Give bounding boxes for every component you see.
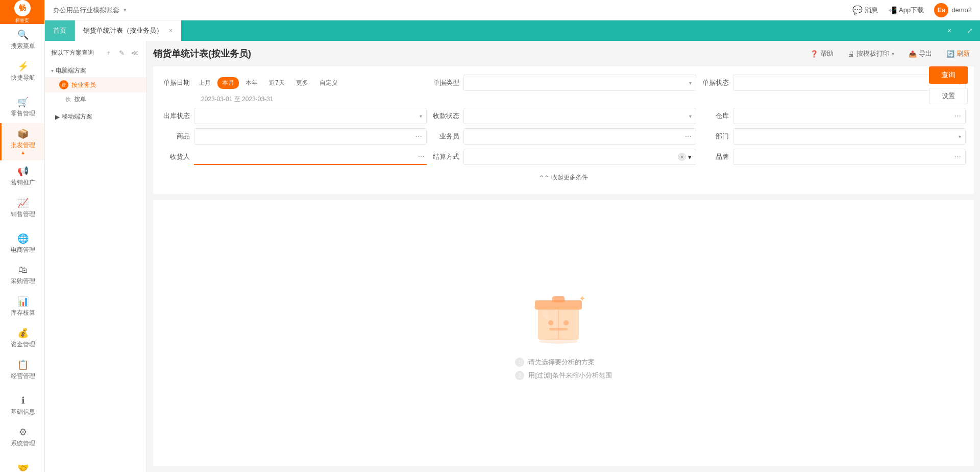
panel-item-by-staff-label: 按业务员 bbox=[71, 81, 96, 89]
sales-icon: 📈 bbox=[17, 197, 29, 208]
sidebar-item-purchase[interactable]: 🛍 采购管理 bbox=[0, 259, 45, 291]
logo-icon: 畅 bbox=[14, 0, 31, 16]
enterprise-icon: 🤝 bbox=[17, 462, 29, 472]
panel-collapse-btn[interactable]: ≪ bbox=[129, 47, 140, 58]
settlement-clear-btn[interactable]: × bbox=[678, 153, 686, 161]
doc-status-filter-cell: 单据状态 ▾ bbox=[700, 75, 966, 91]
wholesale-icon: 📦 bbox=[17, 128, 29, 139]
warehouse-label: 仓库 bbox=[700, 111, 729, 121]
sidebar-item-enterprise[interactable]: 🤝 企业协同 bbox=[0, 457, 45, 472]
panel-edit-btn[interactable]: ✎ bbox=[116, 47, 127, 58]
panel-add-btn[interactable]: + bbox=[103, 47, 114, 58]
help-btn[interactable]: ❓ 帮助 bbox=[806, 47, 838, 60]
recipient-label: 收货人 bbox=[161, 152, 190, 161]
sidebar-item-label: 采购管理 bbox=[11, 277, 35, 286]
basic-info-icon: ℹ bbox=[21, 395, 25, 406]
sidebar-item-system[interactable]: ⚙ 系统管理 bbox=[0, 421, 45, 453]
by-order-icon-text: 伙 bbox=[65, 96, 71, 103]
receipt-status-select[interactable]: ▾ bbox=[463, 108, 696, 124]
by-staff-icon: 按 bbox=[59, 80, 68, 89]
breadcrumb-text: 办公用品行业模拟账套 bbox=[53, 6, 119, 15]
goods-dots[interactable]: ··· bbox=[415, 132, 422, 141]
expand-window-btn[interactable]: ⤢ bbox=[960, 20, 980, 41]
query-button[interactable]: 查询 bbox=[929, 66, 968, 84]
date-btn-last-7[interactable]: 近7天 bbox=[264, 77, 289, 89]
sidebar-item-ecommerce[interactable]: 🌐 电商管理 bbox=[0, 228, 45, 259]
refresh-btn[interactable]: 🔄 刷新 bbox=[942, 47, 974, 60]
collapse-label: 收起更多条件 bbox=[551, 173, 588, 182]
sidebar-item-label: 系统管理 bbox=[11, 439, 35, 448]
user-profile-btn[interactable]: Ea demo2 bbox=[934, 3, 972, 17]
brand-input-wrap: ··· bbox=[733, 149, 966, 165]
left-panel: 按以下方案查询 + ✎ ≪ ▾ 电脑端方案 按 按业务员 伙 按单 bbox=[45, 41, 147, 472]
sidebar-item-retail[interactable]: 🛒 零售管理 bbox=[0, 91, 45, 123]
out-status-filter-cell: 出库状态 ▾ bbox=[161, 108, 427, 124]
date-btn-more[interactable]: 更多 bbox=[291, 77, 313, 89]
query-btn-group: 查询 设置 bbox=[929, 66, 968, 104]
empty-state: ✦ ✦ 1 请先选择要分析的方案 2 用[过滤]条件来缩小分析范围 bbox=[153, 200, 974, 466]
app-download-btn[interactable]: 📲 App下载 bbox=[888, 6, 924, 15]
brand-label: 品牌 bbox=[700, 152, 729, 161]
breadcrumb-area: 办公用品行业模拟账套 ▾ bbox=[53, 6, 127, 15]
salesman-input-wrap: ··· bbox=[463, 128, 696, 145]
sidebar-item-operations[interactable]: 📋 经营管理 bbox=[0, 354, 45, 386]
recipient-filter-cell: 收货人 ··· bbox=[161, 149, 427, 165]
tip-text-1: 请先选择要分析的方案 bbox=[528, 358, 595, 367]
panel-item-by-order[interactable]: 伙 按单 bbox=[45, 92, 146, 106]
template-print-label: 按模板打印 bbox=[856, 49, 890, 58]
sidebar-item-wholesale[interactable]: 📦 批发管理 ▲ bbox=[0, 123, 45, 160]
receipt-status-filter-cell: 收款状态 ▾ bbox=[431, 108, 696, 124]
desktop-section-header[interactable]: ▾ 电脑端方案 bbox=[45, 64, 146, 77]
sidebar-item-quick-nav[interactable]: ⚡ 快捷导航 bbox=[0, 56, 45, 87]
tab-active[interactable]: 销货单统计表（按业务员） × bbox=[75, 20, 181, 41]
desktop-section-label: 电脑端方案 bbox=[56, 66, 86, 75]
tab-home[interactable]: 首页 bbox=[45, 20, 75, 41]
recipient-dots[interactable]: ··· bbox=[418, 152, 425, 161]
mobile-section: ▶ 移动端方案 bbox=[45, 108, 146, 125]
date-btn-last-month[interactable]: 上月 bbox=[194, 77, 215, 89]
sidebar-item-basic-info[interactable]: ℹ 基础信息 bbox=[0, 390, 45, 421]
sidebar-item-label: 经营管理 bbox=[11, 372, 35, 381]
panel-item-by-staff[interactable]: 按 按业务员 bbox=[45, 77, 146, 92]
warehouse-dots[interactable]: ··· bbox=[954, 111, 961, 121]
refresh-icon: 🔄 bbox=[946, 50, 954, 58]
breadcrumb-dropdown-icon[interactable]: ▾ bbox=[124, 7, 127, 13]
close-window-btn[interactable]: × bbox=[939, 20, 960, 41]
quick-nav-icon: ⚡ bbox=[17, 61, 29, 72]
sidebar-item-sales[interactable]: 📈 销售管理 bbox=[0, 192, 45, 224]
department-select[interactable]: ▾ bbox=[733, 128, 966, 145]
template-print-btn[interactable]: 🖨 按模板打印 ▾ bbox=[844, 47, 898, 60]
export-btn[interactable]: 📤 导出 bbox=[904, 47, 936, 60]
receipt-status-label: 收款状态 bbox=[431, 111, 459, 121]
goods-input-wrap: ··· bbox=[194, 128, 427, 145]
sidebar-item-label: 电商管理 bbox=[11, 246, 35, 254]
recipient-input[interactable] bbox=[196, 153, 416, 160]
date-btn-this-month[interactable]: 本月 bbox=[217, 77, 239, 89]
tab-home-label: 首页 bbox=[53, 26, 66, 35]
goods-filter-cell: 商品 ··· bbox=[161, 128, 427, 145]
settings-button[interactable]: 设置 bbox=[929, 88, 968, 104]
sidebar-item-label: 营销推广 bbox=[11, 178, 35, 187]
out-status-select[interactable]: ▾ bbox=[194, 108, 427, 124]
collapse-bar[interactable]: ⌃⌃ 收起更多条件 bbox=[161, 169, 966, 186]
salesman-dots[interactable]: ··· bbox=[685, 132, 692, 141]
sidebar-item-marketing[interactable]: 📢 营销推广 bbox=[0, 160, 45, 192]
brand-filter-cell: 品牌 ··· bbox=[700, 149, 966, 165]
sidebar-item-label: 快捷导航 bbox=[11, 74, 35, 82]
panel-actions: + ✎ ≪ bbox=[103, 47, 140, 58]
doc-type-arrow: ▾ bbox=[689, 80, 692, 86]
brand-dots[interactable]: ··· bbox=[954, 152, 961, 161]
collapse-icon: ⌃⌃ bbox=[539, 174, 549, 181]
sidebar-item-search[interactable]: 🔍 搜索菜单 bbox=[0, 24, 45, 56]
sidebar-item-inventory[interactable]: 📊 库存核算 bbox=[0, 291, 45, 322]
mobile-section-header[interactable]: ▶ 移动端方案 bbox=[45, 110, 146, 123]
tab-close-btn[interactable]: × bbox=[169, 27, 173, 34]
sidebar-item-finance[interactable]: 💰 资金管理 bbox=[0, 322, 45, 354]
system-icon: ⚙ bbox=[19, 427, 27, 438]
sidebar-item-label: 批发管理 bbox=[11, 141, 35, 150]
date-btn-this-year[interactable]: 本年 bbox=[241, 77, 262, 89]
doc-type-select[interactable]: ▾ bbox=[463, 75, 696, 91]
message-btn[interactable]: 💬 消息 bbox=[852, 5, 878, 15]
export-label: 导出 bbox=[919, 49, 932, 58]
date-btn-custom[interactable]: 自定义 bbox=[315, 77, 342, 89]
